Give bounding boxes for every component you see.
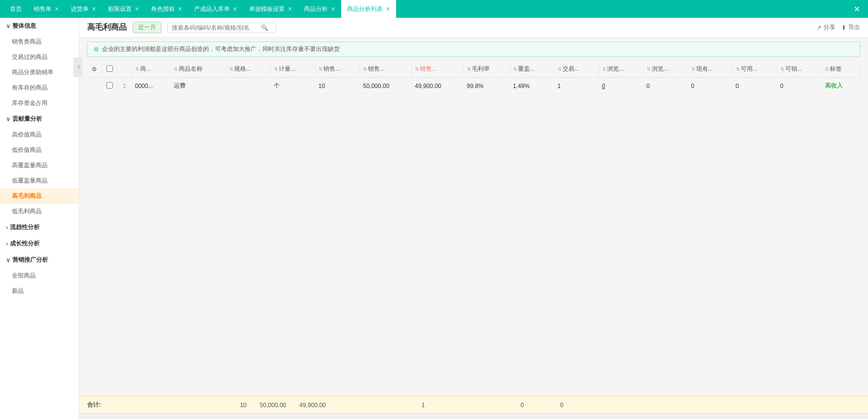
cell-checkbox[interactable] <box>102 78 117 94</box>
search-box: 🔍 <box>167 23 276 33</box>
col-browse2[interactable]: ⇅浏览... <box>643 61 688 78</box>
nav-tab-template[interactable]: 单据模板设置 ✕ <box>243 0 298 18</box>
table-row: 1 0000... 运费 个 10 50,000.00 49,900.00 99… <box>87 78 860 94</box>
nav-tab-purchase[interactable]: 进货单 ✕ <box>65 0 102 18</box>
col-cover[interactable]: ⇅覆盖... <box>510 61 554 78</box>
close-icon[interactable]: ✕ <box>178 6 182 12</box>
chevron-down-icon: ∨ <box>6 116 10 123</box>
col-unit[interactable]: ⇅计量... <box>270 61 315 78</box>
search-input[interactable] <box>172 24 261 31</box>
sidebar-item-stock-capital[interactable]: 库存资金占用 <box>0 95 79 111</box>
nav-tab-home[interactable]: 首页 <box>4 0 28 18</box>
cell-browse1[interactable]: 0 <box>599 78 643 94</box>
cell-stock3: 0 <box>777 78 821 94</box>
sidebar-group-contribution-label: 贡献量分析 <box>12 115 42 123</box>
close-icon[interactable]: ✕ <box>135 6 139 12</box>
chevron-down-icon: ∨ <box>6 23 10 30</box>
col-stock3[interactable]: ⇅可销... <box>777 61 821 78</box>
sidebar-item-low-coverage[interactable]: 低覆盖量商品 <box>0 173 79 188</box>
col-stock2[interactable]: ⇅可用... <box>732 61 777 78</box>
nav-tab-role[interactable]: 角色授权 ✕ <box>145 0 188 18</box>
cell-settings <box>87 78 102 94</box>
sidebar-group-trend[interactable]: › 流趋性分析 <box>0 219 79 235</box>
col-browse1[interactable]: ⇅浏览... <box>599 61 643 78</box>
col-checkbox[interactable] <box>102 61 117 78</box>
sidebar-group-marketing[interactable]: ∨ 营销推广分析 <box>0 252 79 268</box>
col-spec[interactable]: ⇅规格... <box>226 61 271 78</box>
cell-tag: 高收入 <box>821 78 860 94</box>
row-checkbox[interactable] <box>106 82 113 89</box>
cell-code: 0000... <box>132 78 170 94</box>
select-all-checkbox[interactable] <box>106 65 113 72</box>
col-sales-amt[interactable]: ⇅销售... <box>359 61 411 78</box>
nav-tab-analysis-label: 商品分析 <box>304 5 328 13</box>
col-gross-rate[interactable]: ⇅毛利率 <box>463 61 510 78</box>
cell-stock1: 0 <box>688 78 732 94</box>
sidebar-item-all-goods[interactable]: 全部商品 <box>0 268 79 283</box>
sidebar-item-traded-goods[interactable]: 交易过的商品 <box>0 49 79 65</box>
col-code[interactable]: ⇅商... <box>132 61 170 78</box>
nav-tab-sales[interactable]: 销售单 ✕ <box>28 0 65 18</box>
sidebar-item-high-margin[interactable]: 高毛利商品 <box>0 188 79 204</box>
sidebar: ∨ 整体信息 销售类商品 交易过的商品 商品分类助销率 有库存的商品 库存资金占… <box>0 18 79 419</box>
close-icon[interactable]: ✕ <box>288 6 292 12</box>
footer-cell-trade: 1 <box>388 402 428 409</box>
header-actions: ↗ 分享 ⬆ 导出 <box>817 23 860 32</box>
chevron-down-icon: ∨ <box>6 257 10 264</box>
share-icon: ↗ <box>817 24 821 31</box>
sidebar-group-growth[interactable]: › 成长性分析 <box>0 235 79 252</box>
close-icon[interactable]: ✕ <box>386 6 390 12</box>
table-header-row: ⚙ ⇅商... ⇅商品名称 ⇅规格... ⇅计量... ⇅销售... ⇅销售..… <box>87 61 860 78</box>
col-sales-qty[interactable]: ⇅销售... <box>315 61 359 78</box>
page-title: 高毛利商品 <box>87 22 127 33</box>
col-sales-cost[interactable]: ⇅销售... <box>411 61 463 78</box>
sidebar-item-category-rate[interactable]: 商品分类助销率 <box>0 65 79 80</box>
sidebar-item-low-margin[interactable]: 低毛利商品 <box>0 204 79 219</box>
footer-total-bar: 合计: 10 50,000.00 49,900.00 1 0 0 <box>79 396 868 413</box>
nav-tab-analysis[interactable]: 商品分析 ✕ <box>298 0 341 18</box>
nav-tab-permission[interactable]: 权限设置 ✕ <box>102 0 145 18</box>
sidebar-item-new-goods[interactable]: 新品 <box>0 283 79 299</box>
footer-cell-empty2 <box>180 402 210 409</box>
share-button[interactable]: ↗ 分享 <box>817 23 835 32</box>
close-icon[interactable]: ✕ <box>54 6 59 12</box>
sidebar-group-overall[interactable]: ∨ 整体信息 <box>0 18 79 34</box>
nav-tab-product-in[interactable]: 产成品入库单 ✕ <box>188 0 243 18</box>
sidebar-item-in-stock[interactable]: 有库存的商品 <box>0 80 79 95</box>
tip-text: 企业的主要的利润都是这部分商品创造的，可考虑加大推广，同时关注库存量不要出现缺货 <box>102 45 340 53</box>
data-table: ⚙ ⇅商... ⇅商品名称 ⇅规格... ⇅计量... ⇅销售... ⇅销售..… <box>87 61 860 94</box>
sidebar-item-low-value[interactable]: 低价值商品 <box>0 142 79 158</box>
horizontal-scrollbar[interactable] <box>79 413 868 419</box>
col-name[interactable]: ⇅商品名称 <box>170 61 226 78</box>
nav-tab-analysis-list[interactable]: 商品分析列表 ✕ <box>341 0 396 18</box>
sidebar-group-contribution[interactable]: ∨ 贡献量分析 <box>0 111 79 127</box>
col-trade[interactable]: ⇅交易... <box>554 61 599 78</box>
sidebar-group-overall-label: 整体信息 <box>12 22 36 30</box>
col-tag[interactable]: ⇅标签 <box>821 61 860 78</box>
sidebar-item-high-coverage[interactable]: 高覆盖量商品 <box>0 158 79 173</box>
sidebar-collapse-button[interactable]: 《 <box>73 57 82 77</box>
window-close-icon[interactable]: ✕ <box>850 4 864 14</box>
nav-tab-role-label: 角色授权 <box>151 5 175 13</box>
tip-bar: ⚙ 企业的主要的利润都是这部分商品创造的，可考虑加大推广，同时关注库存量不要出现… <box>87 42 860 57</box>
footer-cell-empty4 <box>428 402 487 409</box>
search-icon[interactable]: 🔍 <box>261 24 268 31</box>
chevron-right-icon: › <box>6 224 8 231</box>
close-icon[interactable]: ✕ <box>233 6 237 12</box>
sidebar-item-sales-goods[interactable]: 销售类商品 <box>0 34 79 49</box>
col-stock1[interactable]: ⇅现有... <box>688 61 732 78</box>
close-icon[interactable]: ✕ <box>331 6 335 12</box>
table-area: ⚙ ⇅商... ⇅商品名称 ⇅规格... ⇅计量... ⇅销售... ⇅销售..… <box>79 61 868 396</box>
nav-tab-template-label: 单据模板设置 <box>249 5 285 13</box>
main-layout: ∨ 整体信息 销售类商品 交易过的商品 商品分类助销率 有库存的商品 库存资金占… <box>0 18 868 419</box>
export-button[interactable]: ⬆ 导出 <box>841 23 860 32</box>
filter-recent-month-button[interactable]: 近一月 <box>133 22 161 33</box>
footer-cell-sales-amt: 50,000.00 <box>250 402 289 409</box>
col-settings[interactable]: ⚙ <box>87 61 102 78</box>
cell-browse2: 0 <box>643 78 688 94</box>
close-icon[interactable]: ✕ <box>92 6 96 12</box>
sidebar-item-high-value[interactable]: 高价值商品 <box>0 127 79 142</box>
sidebar-group-trend-label: 流趋性分析 <box>10 223 40 232</box>
col-num <box>117 61 132 78</box>
cell-sales-cost: 49,900.00 <box>411 78 463 94</box>
